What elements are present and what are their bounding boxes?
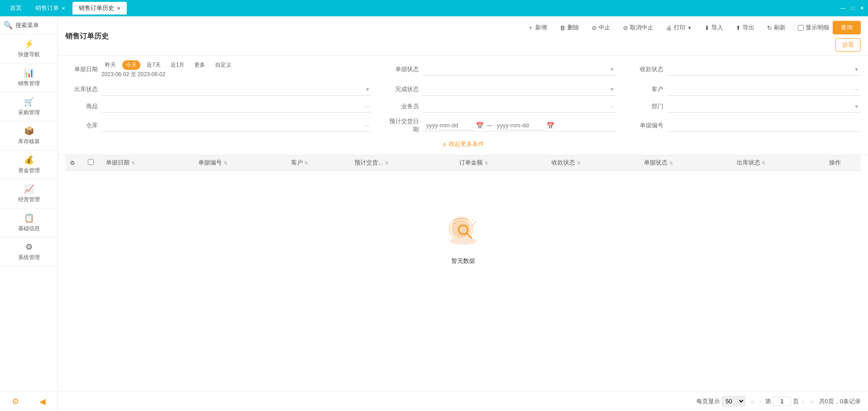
sidebar-item-quick-nav[interactable]: ⚡ 快捷导航	[0, 34, 58, 63]
select-all-checkbox[interactable]	[88, 159, 94, 165]
doc-status-control[interactable]: ▼	[422, 63, 616, 76]
sort-icon: ⇅	[669, 160, 673, 165]
complete-status-label: 完成状态	[386, 85, 422, 93]
per-page-label: 每页显示	[696, 397, 720, 406]
doc-no-label: 单据编号	[631, 121, 667, 130]
sidebar-item-base-info[interactable]: 📋 基础信息	[0, 208, 58, 237]
export-button[interactable]: ⬆ 导出	[731, 22, 759, 34]
print-button[interactable]: 🖨 打印 ▼	[662, 22, 696, 34]
payment-status-label: 收款状态	[631, 65, 667, 73]
th-payment-status[interactable]: 收款状态 ⇅	[547, 155, 639, 171]
table-header-row: ⚙ 单据日期 ⇅ 单据编号 ⇅	[65, 155, 861, 171]
th-no[interactable]: 单据编号 ⇅	[194, 155, 286, 171]
filter-area: 单据日期 昨天 今天 近7天 近1月 更多 自定义 2023-06-02 至 2…	[58, 56, 868, 155]
sidebar-item-operations[interactable]: 📈 经营管理	[0, 179, 58, 208]
tab-sales-history-label: 销售订单历史	[79, 4, 114, 12]
delivery-date-end[interactable]	[495, 121, 545, 130]
collapse-more-bar[interactable]: ∧ 收起更多条件	[65, 138, 861, 150]
sidebar-item-label: 经营管理	[18, 196, 40, 203]
date-yesterday[interactable]: 昨天	[101, 60, 120, 70]
filter-payment-status: 收款状态 ▼	[631, 63, 861, 76]
complete-status-control[interactable]: ▼	[422, 83, 616, 96]
th-check[interactable]	[83, 155, 101, 171]
show-detail-checkbox[interactable]	[798, 25, 804, 31]
delivery-status-control[interactable]: ▼	[101, 83, 372, 96]
cancel-stop-button[interactable]: ⊘ 取消中止	[619, 22, 658, 34]
customer-label: 客户	[631, 85, 667, 93]
tab-sales-history[interactable]: 销售订单历史 ✕	[72, 2, 127, 15]
more-icon: ···	[365, 103, 370, 110]
sidebar-settings-icon[interactable]: ⚙	[12, 396, 19, 406]
filter-row-2: 出库状态 ▼ 完成状态 ▼ 客户	[65, 83, 861, 96]
sidebar-item-label: 库存核算	[18, 138, 40, 145]
stop-button[interactable]: ⊘ 中止	[587, 22, 615, 34]
sidebar-item-finance[interactable]: 💰 资金管理	[0, 150, 58, 179]
page-label: 第	[765, 397, 771, 406]
base-info-icon: 📋	[24, 213, 34, 223]
first-page-button[interactable]: «	[749, 397, 756, 406]
window-minimize[interactable]: —	[840, 5, 846, 11]
page-number-input[interactable]	[773, 396, 791, 406]
show-detail-checkbox-label[interactable]: 显示明细	[798, 24, 829, 32]
date-last7[interactable]: 近7天	[143, 60, 164, 70]
warehouse-control[interactable]: ···	[101, 119, 372, 132]
sidebar-item-sales-mgmt[interactable]: 📊 销售管理	[0, 63, 58, 92]
th-amount[interactable]: 订单金额 ⇅	[455, 155, 547, 171]
th-date[interactable]: 单据日期 ⇅	[101, 155, 194, 171]
sidebar-item-purchase-mgmt[interactable]: 🛒 采购管理	[0, 92, 58, 121]
query-button[interactable]: 查询	[833, 21, 861, 34]
refresh-button[interactable]: ↻ 刷新	[762, 22, 790, 34]
next-page-button[interactable]: ›	[801, 397, 806, 406]
sidebar-collapse-icon[interactable]: ◀	[39, 396, 46, 406]
last-page-button[interactable]: »	[808, 397, 815, 406]
import-button[interactable]: ⬇ 导入	[700, 22, 728, 34]
th-doc-status[interactable]: 单据状态 ⇅	[639, 155, 732, 171]
sidebar-search[interactable]: 🔍 搜索菜单	[0, 16, 58, 34]
th-customer[interactable]: 客户 ⇅	[287, 155, 350, 171]
setting-button[interactable]: 设置	[835, 38, 861, 52]
page-total-info: 共0页，0条记录	[819, 397, 861, 406]
dept-control[interactable]: ▼	[667, 100, 861, 113]
purchase-icon: 🛒	[24, 97, 34, 107]
th-delivery-date[interactable]: 预计交货... ⇅	[350, 155, 455, 171]
per-page-select[interactable]: 20 50 100	[722, 396, 745, 406]
customer-control[interactable]: ···	[667, 83, 861, 96]
page-navigation: « ‹ 第 页 › »	[749, 396, 815, 406]
date-custom[interactable]: 自定义	[211, 60, 235, 70]
sidebar-item-label: 基础信息	[18, 225, 40, 232]
empty-illustration	[441, 207, 486, 252]
date-more[interactable]: 更多	[191, 60, 209, 70]
salesperson-control[interactable]: ···	[422, 100, 616, 113]
svg-point-6	[471, 219, 473, 221]
filter-row-4: 仓库 ··· 预计交货日期 📅 — 📅	[65, 117, 861, 134]
goods-control[interactable]: ···	[101, 100, 372, 113]
filter-doc-status: 单据状态 ▼	[386, 63, 616, 76]
window-close[interactable]: ✕	[860, 5, 864, 11]
tab-home[interactable]: 首页	[4, 2, 28, 15]
import-icon: ⬇	[705, 24, 710, 31]
sidebar-item-sys-mgmt[interactable]: ⚙ 系统管理	[0, 237, 58, 266]
calendar-icon[interactable]: 📅	[547, 122, 554, 129]
date-today[interactable]: 今天	[122, 60, 140, 70]
calendar-icon[interactable]: 📅	[476, 122, 484, 129]
prev-page-button[interactable]: ‹	[758, 397, 763, 406]
more-icon: ···	[854, 86, 859, 92]
sort-icon: ⇅	[385, 160, 388, 165]
delete-button[interactable]: 🗑 删除	[555, 22, 584, 34]
tab-sales-order-close[interactable]: ✕	[62, 6, 65, 11]
tab-sales-history-close[interactable]: ✕	[117, 6, 120, 11]
tab-sales-order[interactable]: 销售订单 ✕	[29, 2, 72, 15]
date-last1m[interactable]: 近1月	[167, 60, 188, 70]
content-area: 销售订单历史 ＋ 新增 🗑 删除 ⊘ 中止	[58, 16, 868, 411]
sidebar-item-inventory[interactable]: 📦 库存核算	[0, 121, 58, 150]
payment-status-control[interactable]: ▼	[667, 63, 861, 76]
page-title: 销售订单历史	[65, 32, 109, 41]
th-delivery-status[interactable]: 出库状态 ⇅	[732, 155, 825, 171]
delivery-date-start[interactable]	[424, 121, 474, 130]
top-bar: 首页 销售订单 ✕ 销售订单历史 ✕ — □ ✕	[0, 0, 868, 16]
filter-date: 单据日期 昨天 今天 近7天 近1月 更多 自定义 2023-06-02 至 2…	[65, 60, 372, 78]
new-button[interactable]: ＋ 新增	[523, 22, 551, 34]
doc-no-control[interactable]	[667, 119, 861, 132]
th-settings[interactable]: ⚙	[65, 155, 83, 171]
window-maximize[interactable]: □	[851, 5, 854, 11]
